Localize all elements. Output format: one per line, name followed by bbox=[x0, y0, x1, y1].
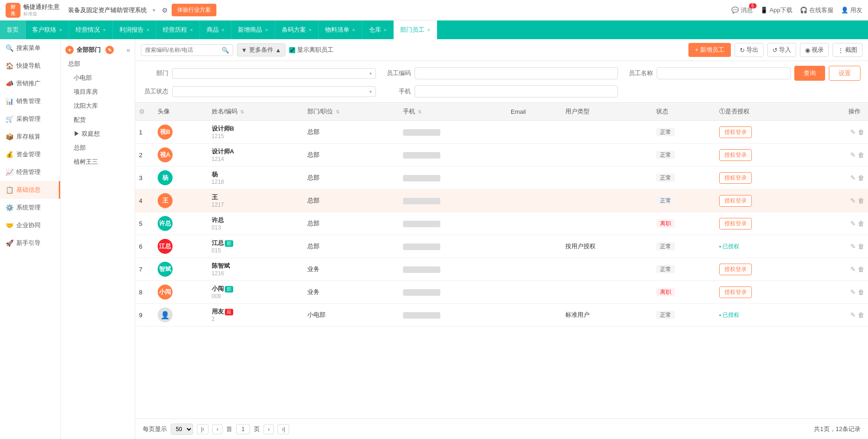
code-input[interactable] bbox=[415, 67, 618, 79]
close-icon[interactable]: × bbox=[146, 27, 149, 33]
import-btn[interactable]: ↺ 导入 bbox=[767, 43, 796, 57]
sidebar-item-销售管理[interactable]: 📊销售管理 bbox=[0, 92, 60, 110]
close-icon[interactable]: × bbox=[190, 27, 193, 33]
auth-button[interactable]: 授权登录 bbox=[719, 126, 752, 138]
phone-input[interactable] bbox=[415, 85, 618, 98]
auth-button[interactable]: 授权登录 bbox=[719, 264, 752, 275]
delete-icon[interactable]: 🗑 bbox=[858, 288, 864, 296]
nav-tab-客户联络[interactable]: 客户联络 × bbox=[26, 21, 69, 39]
auth-button[interactable]: 授权登录 bbox=[719, 286, 752, 298]
nav-tab-经营情况[interactable]: 经营情况 × bbox=[69, 21, 112, 39]
delete-icon[interactable]: 🗑 bbox=[858, 174, 864, 181]
last-page-btn[interactable]: ›| bbox=[278, 424, 289, 434]
edit-icon[interactable]: ✎ bbox=[850, 265, 856, 273]
close-icon[interactable]: × bbox=[309, 27, 312, 33]
dept-select[interactable]: ▾ bbox=[172, 68, 376, 79]
nav-tab-部门员工[interactable]: 部门员工 × bbox=[394, 21, 437, 39]
name-input[interactable] bbox=[657, 67, 791, 79]
status-select[interactable]: ▾ bbox=[172, 86, 376, 97]
nav-tab-新增商品[interactable]: 新增商品 × bbox=[231, 21, 275, 39]
delete-icon[interactable]: 🗑 bbox=[858, 265, 864, 273]
delete-icon[interactable]: 🗑 bbox=[858, 197, 864, 204]
edit-icon[interactable]: ✎ bbox=[850, 243, 856, 250]
dept-item-植树王三[interactable]: 植树王三 bbox=[61, 155, 135, 169]
dept-item-项目库房[interactable]: 项目库房 bbox=[61, 85, 135, 99]
sidebar-item-企业协同[interactable]: 🤝企业协同 bbox=[0, 216, 60, 234]
dept-item-总部[interactable]: 总部 bbox=[61, 57, 135, 71]
dept-item-配货[interactable]: 配货 bbox=[61, 113, 135, 127]
sidebar-item-营销推广[interactable]: 📣营销推广 bbox=[0, 75, 60, 92]
sidebar-item-快捷导航[interactable]: 🏠快捷导航 bbox=[0, 57, 60, 75]
edit-icon[interactable]: ✎ bbox=[850, 151, 856, 159]
delete-icon[interactable]: 🗑 bbox=[858, 311, 864, 319]
query-btn[interactable]: 查询 bbox=[794, 66, 825, 81]
message-btn[interactable]: 💬 消息 6 bbox=[731, 6, 753, 14]
show-resigned-checkbox[interactable] bbox=[289, 47, 295, 53]
edit-icon[interactable]: ✎ bbox=[850, 174, 856, 181]
close-icon[interactable]: × bbox=[222, 27, 224, 33]
col-dept[interactable]: 部门/职位 ⇅ bbox=[304, 103, 399, 121]
sidebar-item-资金管理[interactable]: 💰资金管理 bbox=[0, 146, 60, 163]
edit-icon[interactable]: ✎ bbox=[850, 311, 856, 319]
online-service-btn[interactable]: 🎧 在线客服 bbox=[800, 6, 833, 14]
prev-page-btn[interactable]: ‹ bbox=[212, 424, 222, 434]
auth-button[interactable]: 授权登录 bbox=[719, 172, 752, 184]
collapse-btn[interactable]: « bbox=[126, 46, 130, 54]
dept-item-双庭想[interactable]: ▶ 双庭想 bbox=[61, 127, 135, 141]
set-btn[interactable]: 设置 bbox=[829, 66, 861, 81]
search-input[interactable] bbox=[145, 47, 220, 53]
sidebar-item-系统管理[interactable]: ⚙️系统管理 bbox=[0, 199, 60, 216]
gear-icon[interactable]: ⚙ bbox=[162, 7, 168, 14]
nav-tab-利润报告[interactable]: 利润报告 × bbox=[113, 21, 156, 39]
auth-button[interactable]: 授权登录 bbox=[719, 149, 752, 161]
nav-tab-仓库[interactable]: 仓库 × bbox=[362, 21, 394, 39]
sidebar-item-搜索菜单[interactable]: 🔍搜索菜单 bbox=[0, 39, 60, 57]
delete-icon[interactable]: 🗑 bbox=[858, 220, 864, 227]
sidebar-item-经营管理[interactable]: 📈经营管理 bbox=[0, 163, 60, 181]
auth-button[interactable]: 授权登录 bbox=[719, 195, 752, 207]
sidebar-item-新手引导[interactable]: 🚀新手引导 bbox=[0, 234, 60, 252]
add-employee-btn[interactable]: + 新增员工 bbox=[688, 43, 731, 57]
auth-button[interactable]: 授权登录 bbox=[719, 218, 752, 230]
show-resigned-label[interactable]: 显示离职员工 bbox=[289, 46, 333, 54]
sidebar-item-库存核算[interactable]: 📦库存核算 bbox=[0, 128, 60, 146]
dept-edit-icon[interactable]: ✎ bbox=[105, 46, 114, 54]
nav-tab-物料清单[interactable]: 物料清单 × bbox=[319, 21, 362, 39]
delete-icon[interactable]: 🗑 bbox=[858, 151, 864, 159]
page-size-select[interactable]: 50 bbox=[171, 424, 193, 435]
delete-icon[interactable]: 🗑 bbox=[858, 243, 864, 250]
close-icon[interactable]: × bbox=[352, 27, 355, 33]
dropdown-icon[interactable]: ▾ bbox=[153, 7, 155, 14]
col-phone[interactable]: 手机 ⇅ bbox=[399, 103, 507, 121]
dept-item-沈阳大库[interactable]: 沈阳大库 bbox=[61, 99, 135, 113]
dept-item-小电部[interactable]: 小电部 bbox=[61, 71, 135, 85]
close-icon[interactable]: × bbox=[103, 27, 105, 33]
nav-tab-首页[interactable]: 首页 bbox=[0, 21, 26, 39]
edit-icon[interactable]: ✎ bbox=[850, 128, 856, 136]
col-name[interactable]: 姓名/编码 ⇅ bbox=[208, 103, 304, 121]
more-filter-btn[interactable]: ▼ 更多条件 ▲ bbox=[237, 43, 285, 56]
next-page-btn[interactable]: › bbox=[264, 424, 274, 434]
nav-tab-条码方案[interactable]: 条码方案 × bbox=[275, 21, 319, 39]
export-btn[interactable]: ↻ 导出 bbox=[735, 43, 764, 57]
nav-tab-商品[interactable]: 商品 × bbox=[200, 21, 231, 39]
col-settings[interactable]: ⚙ bbox=[135, 103, 154, 121]
close-icon[interactable]: × bbox=[265, 27, 268, 33]
sidebar-item-基础信息[interactable]: 📋基础信息 bbox=[0, 181, 60, 199]
view-btn[interactable]: ◉ 视录 bbox=[800, 43, 829, 57]
close-icon[interactable]: × bbox=[384, 27, 387, 33]
first-page-btn[interactable]: |‹ bbox=[197, 424, 208, 434]
edit-icon[interactable]: ✎ bbox=[850, 197, 856, 204]
trial-button[interactable]: 体验行业方案 bbox=[172, 4, 216, 16]
user-btn[interactable]: 👤 用友 bbox=[841, 6, 862, 14]
sidebar-item-采购管理[interactable]: 🛒采购管理 bbox=[0, 110, 60, 128]
dept-item-总部[interactable]: 总部 bbox=[61, 141, 135, 155]
close-icon[interactable]: × bbox=[427, 27, 430, 33]
more-btn[interactable]: ⋮ 截图 bbox=[833, 43, 862, 57]
close-icon[interactable]: × bbox=[59, 27, 62, 33]
edit-icon[interactable]: ✎ bbox=[850, 288, 856, 296]
nav-tab-经营历程[interactable]: 经营历程 × bbox=[156, 21, 200, 39]
app-download-btn[interactable]: 📱 App下载 bbox=[760, 6, 792, 14]
delete-icon[interactable]: 🗑 bbox=[858, 128, 864, 136]
edit-icon[interactable]: ✎ bbox=[850, 220, 856, 227]
